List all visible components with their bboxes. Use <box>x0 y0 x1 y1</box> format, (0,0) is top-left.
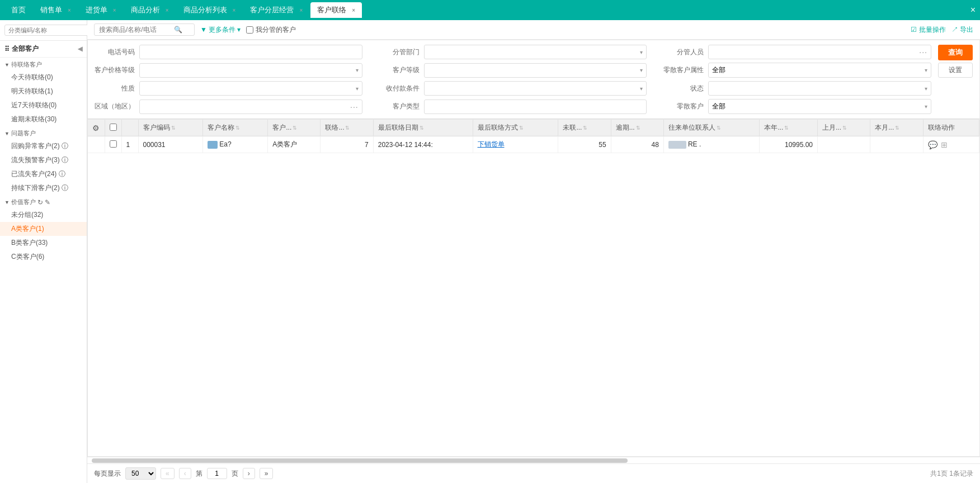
row-this-month-0 <box>870 136 923 153</box>
nav-tab-进货单[interactable]: 进货单× <box>79 2 123 18</box>
sidebar-collapse-btn[interactable]: ◀ <box>78 45 82 53</box>
next-page-btn[interactable]: › <box>243 468 255 479</box>
nav-tab-close-进货单[interactable]: × <box>113 7 116 13</box>
refresh-icon[interactable]: ↻ <box>37 198 43 206</box>
page-label: 第 <box>196 469 202 479</box>
filter-retail-attr-dropdown[interactable]: 全部▾ <box>708 63 931 78</box>
col-overdue[interactable]: 逾期...⇅ <box>611 120 663 136</box>
filter-price-level-dropdown[interactable]: ▾ <box>139 63 362 78</box>
page-size-label: 每页显示 <box>94 469 121 479</box>
filter-region-input[interactable]: ··· <box>139 100 362 114</box>
sidebar-item-2-3[interactable]: C类客户(6) <box>0 250 87 264</box>
filter-phone-input[interactable] <box>139 45 362 59</box>
my-customers-filter[interactable]: 我分管的客户 <box>246 25 296 35</box>
settings-button[interactable]: 设置 <box>938 63 973 78</box>
sidebar-item-2-1[interactable]: A类客户(1) <box>0 222 87 236</box>
page-size-select[interactable]: 50 20 100 <box>125 467 156 480</box>
col-last-date[interactable]: 最后联络日期⇅ <box>373 120 473 136</box>
filter-region: 区域（地区） ··· <box>95 100 362 114</box>
row-last-month-0 <box>818 136 870 153</box>
last-page-btn[interactable]: » <box>260 468 274 479</box>
nav-tab-销售单[interactable]: 销售单× <box>34 2 78 18</box>
col-code[interactable]: 客户编码⇅ <box>138 120 203 136</box>
col-last-month[interactable]: 上月...⇅ <box>818 120 870 136</box>
nav-tab-客户联络[interactable]: 客户联络× <box>310 2 362 18</box>
sidebar-item-0-2[interactable]: 近7天待联络(0) <box>0 98 87 112</box>
filter-bar: 🔍 ▼ 更多条件 ▾ 我分管的客户 ☑ 批量操作 ↗ 导出 <box>87 20 980 40</box>
sidebar-all-customers[interactable]: ⠿ 全部客户 ◀ <box>0 41 87 58</box>
filter-search-icon[interactable]: 🔍 <box>174 26 182 34</box>
sidebar-section-title-1[interactable]: ▼ 问题客户 <box>0 126 87 139</box>
sidebar-item-1-3[interactable]: 持续下滑客户(2) ⓘ <box>0 181 87 195</box>
query-button[interactable]: 查询 <box>938 45 973 60</box>
chat-icon-0[interactable]: 💬 <box>928 140 937 149</box>
nav-tab-close-商品分析[interactable]: × <box>166 7 169 13</box>
my-customers-checkbox[interactable] <box>246 26 253 34</box>
col-last-method[interactable]: 最后联络方式⇅ <box>473 120 558 136</box>
sidebar-item-2-2[interactable]: B类客户(33) <box>0 236 87 250</box>
nav-tab-商品分析列表[interactable]: 商品分析列表× <box>177 2 243 18</box>
sidebar-search-input[interactable] <box>4 25 89 36</box>
filter-customer-type: 客户类型 <box>379 100 647 114</box>
filter-retail-customer-dropdown[interactable]: 全部▾ <box>708 99 931 114</box>
first-page-btn[interactable]: « <box>161 468 175 479</box>
section-arrow: ▼ <box>4 200 10 205</box>
nav-tab-close-商品分析列表[interactable]: × <box>233 7 236 13</box>
sidebar-item-2-0[interactable]: 未分组(32) <box>0 208 87 222</box>
filter-customer-type-input[interactable] <box>424 100 647 114</box>
select-all-checkbox[interactable] <box>110 124 117 131</box>
row-select-0[interactable] <box>110 140 117 148</box>
sidebar-item-0-3[interactable]: 逾期未联络(30) <box>0 112 87 126</box>
window-close-button[interactable]: × <box>970 5 976 15</box>
row-actions-0: 💬 ⊞ <box>923 136 979 153</box>
select-all-col[interactable] <box>105 120 121 136</box>
sidebar-section-title-0[interactable]: ▼ 待联络客户 <box>0 58 87 70</box>
col-contacts[interactable]: 联络...⇅ <box>321 120 373 136</box>
qr-icon-0[interactable]: ⊞ <box>941 140 948 149</box>
filter-dept-dropdown[interactable]: ▾ <box>424 45 647 59</box>
nav-tab-close-客户联络[interactable]: × <box>352 7 355 13</box>
page-number-input[interactable] <box>207 468 227 479</box>
nav-tab-close-销售单[interactable]: × <box>68 7 71 13</box>
edit-icon[interactable]: ✎ <box>45 198 50 206</box>
nav-tab-客户分层经营[interactable]: 客户分层经营× <box>243 2 309 18</box>
row-checkbox-0[interactable] <box>105 136 121 153</box>
row-last-method-0[interactable]: 下销货单 <box>473 136 558 153</box>
table-row: 1 000031 Ea? A类客户 7 2023-04-12 14:44: 下销… <box>88 136 979 153</box>
col-contact-person[interactable]: 往来单位联系人⇅ <box>663 120 759 136</box>
filter-status-dropdown[interactable]: ▾ <box>708 81 931 96</box>
content-area: 🔍 ▼ 更多条件 ▾ 我分管的客户 ☑ 批量操作 ↗ 导出 <box>87 20 980 483</box>
batch-op-btn[interactable]: ☑ 批量操作 <box>911 25 945 35</box>
sidebar-item-0-0[interactable]: 今天待联络(0) <box>0 70 87 84</box>
nav-tab-商品分析[interactable]: 商品分析× <box>124 2 176 18</box>
sidebar-item-1-0[interactable]: 回购异常客户(2) ⓘ <box>0 139 87 153</box>
row-type-0: A类客户 <box>268 136 321 153</box>
table-gear-icon[interactable]: ⚙ <box>92 124 100 132</box>
col-name[interactable]: 客户名称⇅ <box>203 120 268 136</box>
more-conditions-btn[interactable]: ▼ 更多条件 ▾ <box>200 25 241 35</box>
sidebar-section-title-2[interactable]: ▼ 价值客户 ↻ ✎ <box>0 195 87 208</box>
nav-tab-close-客户分层经营[interactable]: × <box>299 7 303 13</box>
sidebar-item-1-2[interactable]: 已流失客户(24) ⓘ <box>0 167 87 181</box>
col-type[interactable]: 客户...⇅ <box>268 120 321 136</box>
filter-search-input[interactable] <box>99 26 172 34</box>
prev-page-btn[interactable]: ‹ <box>179 468 191 479</box>
filter-nature-dropdown[interactable]: ▾ <box>139 81 362 96</box>
horizontal-scrollbar[interactable] <box>87 457 980 463</box>
filter-person: 分管人员 ··· <box>663 45 931 59</box>
col-this-month[interactable]: 本月...⇅ <box>870 120 923 136</box>
col-this-year[interactable]: 本年...⇅ <box>760 120 818 136</box>
sidebar-item-0-1[interactable]: 明天待联络(1) <box>0 84 87 98</box>
filter-status: 状态 ▾ <box>663 81 931 96</box>
filter-payment-dropdown[interactable]: ▾ <box>424 81 647 96</box>
gear-col[interactable]: ⚙ <box>88 120 105 136</box>
filter-customer-level-dropdown[interactable]: ▾ <box>424 63 647 78</box>
sidebar-header-label: 全部客户 <box>12 44 39 54</box>
table-area: ⚙ 客户编码⇅ 客户名称⇅ 客户...⇅ 联络...⇅ 最后联络日期⇅ 最后联络… <box>87 119 980 457</box>
nav-tab-首页[interactable]: 首页 <box>4 2 32 18</box>
row-this-year-0: 10995.00 <box>760 136 818 153</box>
col-not-contacted[interactable]: 未联...⇅ <box>558 120 611 136</box>
sidebar-item-1-1[interactable]: 流失预警客户(3) ⓘ <box>0 153 87 167</box>
filter-person-input[interactable]: ··· <box>708 45 931 59</box>
export-btn[interactable]: ↗ 导出 <box>951 25 973 35</box>
